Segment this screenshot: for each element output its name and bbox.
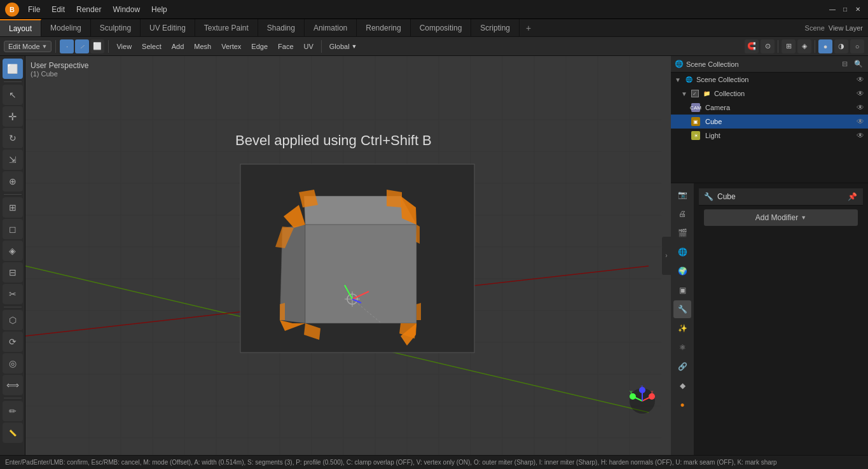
solid-view-button[interactable]: ● (818, 39, 832, 53)
tab-texture-paint[interactable]: Texture Paint (195, 19, 258, 36)
scale-button[interactable]: ⇲ (3, 150, 23, 170)
title-menus: File Edit Render Window Help (24, 4, 171, 15)
output-props-button[interactable]: 🖨 (673, 205, 691, 223)
blender-logo[interactable]: B (5, 3, 19, 17)
inset-button[interactable]: ◻ (3, 219, 23, 239)
mesh-menu[interactable]: Mesh (190, 41, 215, 52)
camera-icon: CAM (691, 103, 700, 112)
tab-uv-editing[interactable]: UV Editing (141, 19, 195, 36)
physics-props-button[interactable]: ⚛ (673, 339, 691, 356)
proportional-edit-button[interactable]: ⊙ (761, 39, 775, 53)
edge-mode-button[interactable]: ⟋ (75, 39, 89, 53)
camera-label: Camera (705, 104, 730, 111)
tab-modeling[interactable]: Modeling (41, 19, 91, 36)
mode-selector[interactable]: Edit Mode ▼ (4, 41, 52, 52)
close-button[interactable]: ✕ (853, 4, 863, 15)
props-header-icon: 🔧 (704, 192, 713, 201)
add-menu[interactable]: Add (168, 41, 188, 52)
outliner-search-button[interactable]: 🔍 (853, 59, 864, 70)
collection-visibility[interactable]: 👁 (857, 89, 864, 98)
maximize-button[interactable]: □ (840, 4, 850, 15)
viewport-collapse-arrow[interactable]: › (662, 237, 671, 275)
minimize-button[interactable]: — (827, 4, 837, 15)
annotate-button[interactable]: ✏ (3, 401, 23, 421)
collection-checkbox[interactable]: ✓ (691, 90, 699, 97)
data-props-button[interactable]: ◆ (673, 377, 691, 395)
cursor-button[interactable]: ↖ (3, 85, 23, 105)
move-button[interactable]: ✛ (3, 106, 23, 127)
props-pin-button[interactable]: 📌 (846, 191, 858, 202)
vertex-menu[interactable]: Vertex (217, 41, 245, 52)
scene-collection-visibility[interactable]: 👁 (857, 75, 864, 84)
overlay-button[interactable]: ⊞ (782, 39, 796, 53)
outliner-scene-collection[interactable]: ▼ 🌐 Scene Collection 👁 (671, 73, 868, 87)
workspace-tabs: Layout Modeling Sculpting UV Editing Tex… (0, 19, 868, 37)
poly-build-button[interactable]: ⬡ (3, 310, 23, 330)
constraints-props-button[interactable]: 🔗 (673, 358, 691, 375)
outliner-collection[interactable]: ▼ ✓ 📁 Collection 👁 (671, 87, 868, 101)
svg-marker-41 (416, 225, 420, 244)
measure-button[interactable]: 📏 (3, 423, 23, 443)
xray-button[interactable]: ◈ (797, 39, 811, 53)
tab-layout[interactable]: Layout (0, 19, 41, 36)
collection-icon: 📁 (703, 89, 712, 98)
world-props-button[interactable]: 🌍 (673, 262, 691, 280)
menu-help[interactable]: Help (148, 4, 171, 15)
transform-button[interactable]: ⊕ (3, 171, 23, 192)
view-layer-props-button[interactable]: 🎬 (673, 224, 691, 242)
material-preview-button[interactable]: ◑ (834, 39, 848, 53)
render-preview-button[interactable]: ○ (850, 39, 864, 53)
viewport[interactable]: User Perspective (1) Cube Bevel applied … (25, 56, 671, 455)
tab-rendering[interactable]: Rendering (357, 19, 410, 36)
outliner-filter-button[interactable]: ⊟ (839, 59, 850, 70)
view-menu[interactable]: View (113, 41, 135, 52)
select-menu[interactable]: Select (138, 41, 165, 52)
menu-edit[interactable]: Edit (48, 4, 69, 15)
render-props-button[interactable]: 📷 (673, 186, 691, 204)
outliner-light[interactable]: ☀ Light 👁 (671, 129, 868, 143)
axis-gizmo[interactable]: X Y Z (626, 385, 658, 417)
face-menu[interactable]: Face (274, 41, 297, 52)
add-modifier-button[interactable]: Add Modifier ▼ (704, 209, 858, 226)
snap-button[interactable]: 🧲 (745, 39, 759, 53)
toolbar-separator-1 (55, 40, 56, 53)
particle-props-button[interactable]: ✨ (673, 319, 691, 337)
scene-selector[interactable]: Scene (805, 24, 825, 32)
tab-shading[interactable]: Shading (258, 19, 305, 36)
select-box-button[interactable]: ⬜ (3, 59, 23, 79)
menu-window[interactable]: Window (109, 4, 144, 15)
outliner-camera[interactable]: CAM Camera 👁 (671, 101, 868, 115)
outliner-cube[interactable]: ▣ Cube 👁 (671, 115, 868, 129)
edge-slide-button[interactable]: ⟺ (3, 375, 23, 395)
modifier-props-button[interactable]: 🔧 (673, 300, 691, 318)
camera-visibility[interactable]: 👁 (857, 103, 864, 112)
view-layer-selector[interactable]: View Layer (829, 24, 863, 32)
smooth-button[interactable]: ◎ (3, 353, 23, 374)
menu-render[interactable]: Render (72, 4, 105, 15)
spin-button[interactable]: ⟳ (3, 332, 23, 352)
loop-cut-button[interactable]: ⊟ (3, 262, 23, 283)
add-workspace-button[interactable]: + (520, 19, 537, 36)
face-mode-button[interactable]: ⬜ (90, 39, 104, 53)
transform-space-selector[interactable]: Global ▼ (326, 41, 361, 52)
scene-props-button[interactable]: 🌐 (673, 243, 691, 261)
menu-file[interactable]: File (24, 4, 44, 15)
svg-text:Y: Y (630, 390, 633, 395)
edge-menu[interactable]: Edge (247, 41, 272, 52)
toolbar-separator-5 (815, 40, 815, 53)
rotate-button[interactable]: ↻ (3, 128, 23, 148)
bevel-button[interactable]: ◈ (3, 241, 23, 261)
uv-menu[interactable]: UV (300, 41, 317, 52)
tab-scripting[interactable]: Scripting (471, 19, 520, 36)
vertex-mode-button[interactable]: · (60, 39, 74, 53)
cube-visibility[interactable]: 👁 (857, 117, 864, 126)
material-props-button[interactable]: ● (673, 396, 691, 414)
outliner-title-icon: 🌐 (675, 60, 684, 68)
knife-button[interactable]: ✂ (3, 284, 23, 304)
extrude-button[interactable]: ⊞ (3, 197, 23, 218)
tab-compositing[interactable]: Compositing (411, 19, 472, 36)
object-props-button[interactable]: ▣ (673, 281, 691, 299)
light-visibility[interactable]: 👁 (857, 131, 864, 140)
tab-animation[interactable]: Animation (305, 19, 357, 36)
tab-sculpting[interactable]: Sculpting (91, 19, 141, 36)
